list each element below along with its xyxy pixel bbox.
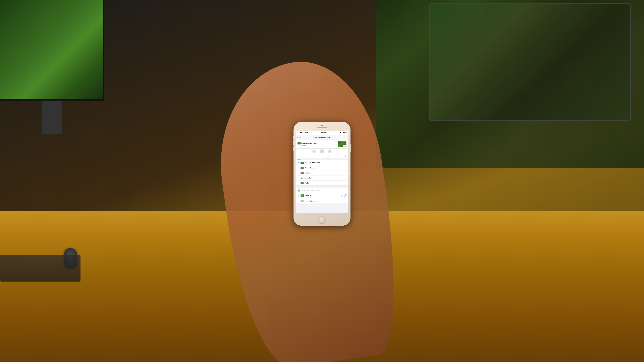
- mute-switch[interactable]: [293, 136, 294, 139]
- volume-low-icon: 🔈: [298, 155, 299, 157]
- media-chevron-icon: ›: [346, 182, 346, 184]
- from-media-item[interactable]: Media ›: [296, 180, 348, 186]
- volume-fill: [300, 156, 327, 156]
- bluetooth-icon: ✸: [340, 132, 341, 134]
- device-card: Display 1 (1440 x 900) Apple TV: [296, 140, 348, 148]
- time-display: 12:48 AM: [321, 132, 327, 134]
- internal-speakers-label: Internal Speakers: [304, 200, 317, 202]
- volume-high-icon: 🔊: [345, 155, 346, 157]
- from-section-header: FROM: [296, 158, 348, 160]
- forward-button[interactable]: ⟳: [328, 149, 332, 153]
- screen-thumbnail: [338, 141, 346, 147]
- home-button[interactable]: [318, 216, 326, 224]
- device-subtitle: Apple TV: [301, 145, 338, 146]
- appletv-label: Apple TV: [305, 195, 340, 197]
- appletv-checkmark: ✓: [298, 195, 300, 197]
- battery-icon: ▮: [343, 132, 344, 134]
- app-icon: [300, 172, 304, 174]
- carrier-label: T-Mobile Wi-Fi: [300, 132, 308, 133]
- to-appletv-item[interactable]: ✓ Apple TV 🔊 i: [296, 193, 348, 198]
- application-label: Application: [304, 172, 345, 174]
- from-audio-item[interactable]: 🔉 Audio Only: [296, 175, 348, 180]
- playback-controls: ⟲ ⏸ ⟳: [296, 148, 348, 154]
- to-internal-speakers-item[interactable]: Internal Speakers: [296, 198, 348, 203]
- audio-only-label: Audio Only: [304, 177, 346, 179]
- page-title: Jeff's MacBook Pro: [314, 136, 330, 138]
- application-chevron-icon: ›: [346, 172, 346, 174]
- keyboard: [0, 255, 80, 282]
- status-bar-left: ●●●● T-Mobile Wi-Fi: [297, 132, 308, 133]
- from-application-item[interactable]: Application ›: [296, 170, 348, 175]
- status-bar: ●●●● T-Mobile Wi-Fi 12:48 AM ✸ ▲ ▮ 100%: [296, 131, 348, 135]
- appletv-group-icon: [300, 194, 304, 197]
- status-bar-center: 12:48 AM: [321, 132, 327, 134]
- status-bar-right: ✸ ▲ ▮ 100%: [340, 132, 347, 134]
- volume-up-button[interactable]: [293, 140, 294, 145]
- volume-thumb[interactable]: [326, 155, 328, 157]
- extend-label: Extend Desktop: [304, 167, 316, 169]
- quick-connect-row[interactable]: 👤 Enter Quick Connect Code®: [296, 188, 348, 193]
- extend-icon: [300, 167, 304, 169]
- to-section-header: TO: [296, 186, 348, 188]
- display1-checkmark: ✓: [298, 162, 300, 164]
- battery-label: 100%: [344, 132, 347, 133]
- back-chevron-icon: ‹: [297, 136, 298, 138]
- appletv-actions: 🔊 i: [341, 194, 346, 197]
- back-label[interactable]: Back: [298, 136, 301, 138]
- scroll-content[interactable]: Display 1 (1440 x 900) Apple TV ⟲ ⏸ ⟳: [296, 140, 348, 213]
- volume-track[interactable]: [300, 156, 344, 156]
- internal-speaker-icon: [300, 200, 304, 202]
- speaker-grill: [318, 127, 327, 128]
- signal-dots: ●●●●: [297, 132, 300, 133]
- front-camera: [321, 125, 323, 126]
- speaker-active-icon: 🔊: [341, 195, 343, 197]
- display-card-icon: [298, 142, 300, 144]
- monitor-stand: [42, 100, 62, 134]
- display1-label: Display 1 (1440 x 900): [304, 162, 320, 164]
- quick-connect-placeholder[interactable]: Enter Quick Connect Code®: [301, 190, 320, 191]
- person-icon: 👤: [298, 189, 300, 192]
- volume-control[interactable]: 🔈 🔊: [296, 154, 348, 158]
- from-display1-item[interactable]: ✓ Display 1 (1440 x 900): [296, 160, 348, 165]
- audio-icon: 🔉: [300, 177, 304, 179]
- media-label: Media: [304, 182, 345, 184]
- wifi-icon: ▲: [342, 132, 343, 133]
- rewind-button[interactable]: ⟲: [312, 149, 316, 153]
- iphone-body: ●●●● T-Mobile Wi-Fi 12:48 AM ✸ ▲ ▮ 100%: [294, 122, 350, 226]
- media-icon: [300, 182, 304, 184]
- navigation-bar: ‹ Back Jeff's MacBook Pro: [296, 135, 348, 140]
- device-info: Display 1 (1440 x 900) Apple TV: [298, 142, 338, 146]
- info-button[interactable]: i: [344, 194, 346, 197]
- laptop-screen: [429, 3, 630, 121]
- back-button[interactable]: ‹ Back: [297, 136, 301, 138]
- left-monitor: [0, 0, 104, 100]
- iphone: ●●●● T-Mobile Wi-Fi 12:48 AM ✸ ▲ ▮ 100%: [294, 122, 350, 226]
- iphone-screen: ●●●● T-Mobile Wi-Fi 12:48 AM ✸ ▲ ▮ 100%: [296, 131, 348, 213]
- volume-down-button[interactable]: [293, 147, 294, 151]
- pause-button[interactable]: ⏸: [320, 149, 324, 153]
- device-card-row: Display 1 (1440 x 900): [298, 142, 338, 144]
- display-card-label: Display 1 (1440 x 900): [301, 142, 317, 144]
- thumbnail-window: [343, 145, 346, 147]
- display1-icon: [300, 162, 304, 164]
- from-extend-item[interactable]: Extend Desktop: [296, 165, 348, 170]
- power-button[interactable]: [350, 144, 351, 152]
